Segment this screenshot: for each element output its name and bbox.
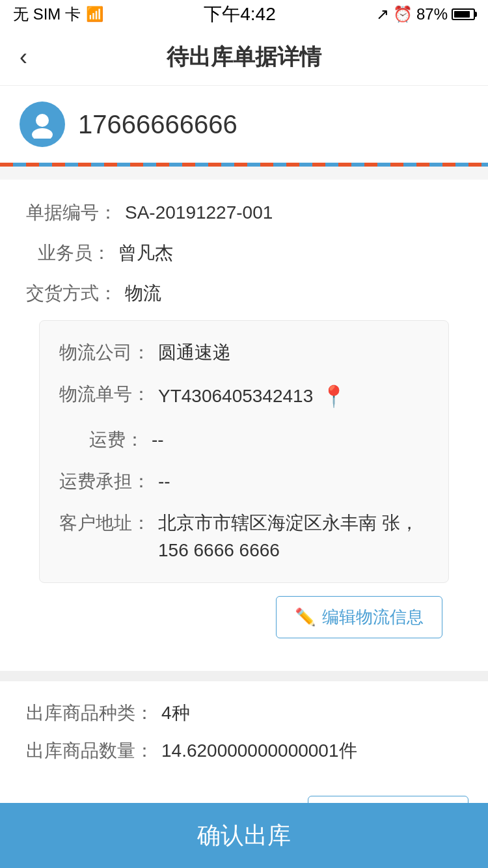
confirm-button[interactable]: 确认出库 bbox=[0, 807, 488, 865]
wifi-icon: 📶 bbox=[86, 6, 103, 23]
document-number-value: SA-20191227-001 bbox=[125, 199, 462, 226]
freight-bearer-label: 运费承担： bbox=[59, 468, 150, 495]
edit-btn-wrap: ✏️ 编辑物流信息 bbox=[26, 583, 462, 651]
delivery-method-value: 物流 bbox=[125, 280, 462, 307]
status-bar: 无 SIM 卡 📶 下午4:42 ↗ ⏰ 87% bbox=[0, 0, 488, 29]
user-section: 17666666666 bbox=[0, 86, 488, 163]
freight-bearer-value: -- bbox=[158, 468, 429, 495]
location-service-icon: ↗ bbox=[376, 5, 389, 23]
dash-divider bbox=[0, 163, 488, 167]
battery-icon bbox=[452, 8, 475, 20]
status-bar-time: 下午4:42 bbox=[204, 2, 276, 27]
freight-row: 运费： -- bbox=[59, 426, 429, 454]
edit-icon: ✏️ bbox=[295, 607, 316, 627]
logistics-company-value: 圆通速递 bbox=[158, 339, 429, 366]
status-bar-left: 无 SIM 卡 📶 bbox=[13, 4, 103, 25]
delivery-method-label: 交货方式： bbox=[26, 280, 117, 307]
salesperson-label: 业务员： bbox=[26, 239, 111, 267]
goods-quantity-value: 14.620000000000001件 bbox=[161, 739, 357, 763]
goods-types-label: 出库商品种类： bbox=[26, 701, 154, 726]
tracking-number-row: 物流单号： YT43064053424​13 📍 bbox=[59, 381, 429, 412]
goods-quantity-label: 出库商品数量： bbox=[26, 739, 154, 763]
goods-quantity-row: 出库商品数量： 14.620000000000001件 bbox=[26, 739, 462, 763]
freight-value: -- bbox=[152, 426, 429, 454]
tracking-number-label: 物流单号： bbox=[59, 381, 150, 408]
basic-info-section: 单据编号： SA-20191227-001 业务员： 曾凡杰 交货方式： 物流 … bbox=[0, 180, 488, 671]
delivery-method-row: 交货方式： 物流 bbox=[26, 280, 462, 307]
address-label: 客户地址： bbox=[59, 509, 150, 537]
salesperson-value: 曾凡杰 bbox=[118, 239, 462, 267]
tracking-number-value: YT43064053424​13 📍 bbox=[158, 381, 429, 412]
page-title: 待出库单据详情 bbox=[167, 42, 321, 72]
goods-section: 出库商品种类： 4种 出库商品数量： 14.620000000000001件 bbox=[0, 681, 488, 783]
status-bar-right: ↗ ⏰ 87% bbox=[376, 5, 475, 23]
edit-logistics-button[interactable]: ✏️ 编辑物流信息 bbox=[276, 596, 442, 638]
freight-label: 运费： bbox=[59, 426, 144, 454]
logistics-company-label: 物流公司： bbox=[59, 339, 150, 366]
nav-bar: ‹ 待出库单据详情 bbox=[0, 29, 488, 86]
freight-bearer-row: 运费承担： -- bbox=[59, 468, 429, 495]
address-value: 北京市市辖区海淀区永丰南 张，156 6666 6666 bbox=[158, 509, 429, 564]
alarm-icon: ⏰ bbox=[393, 5, 413, 23]
tracking-location-icon[interactable]: 📍 bbox=[321, 381, 347, 412]
logistics-company-row: 物流公司： 圆通速递 bbox=[59, 339, 429, 366]
salesperson-row: 业务员： 曾凡杰 bbox=[26, 239, 462, 267]
document-number-row: 单据编号： SA-20191227-001 bbox=[26, 199, 462, 226]
document-number-label: 单据编号： bbox=[26, 199, 117, 226]
section-separator bbox=[0, 671, 488, 681]
svg-point-1 bbox=[32, 128, 53, 139]
avatar bbox=[20, 102, 65, 147]
battery-percentage: 87% bbox=[416, 5, 448, 23]
user-avatar-icon bbox=[28, 110, 57, 139]
user-phone: 17666666666 bbox=[78, 110, 237, 139]
goods-types-value: 4种 bbox=[161, 701, 190, 726]
logistics-card: 物流公司： 圆通速递 物流单号： YT43064053424​13 📍 运费： … bbox=[39, 320, 449, 583]
svg-point-0 bbox=[36, 114, 49, 127]
confirm-btn-wrap: 确认出库 bbox=[0, 803, 488, 868]
back-button[interactable]: ‹ bbox=[20, 44, 27, 71]
goods-types-row: 出库商品种类： 4种 bbox=[26, 701, 462, 726]
address-row: 客户地址： 北京市市辖区海淀区永丰南 张，156 6666 6666 bbox=[59, 509, 429, 564]
carrier-text: 无 SIM 卡 bbox=[13, 4, 81, 25]
